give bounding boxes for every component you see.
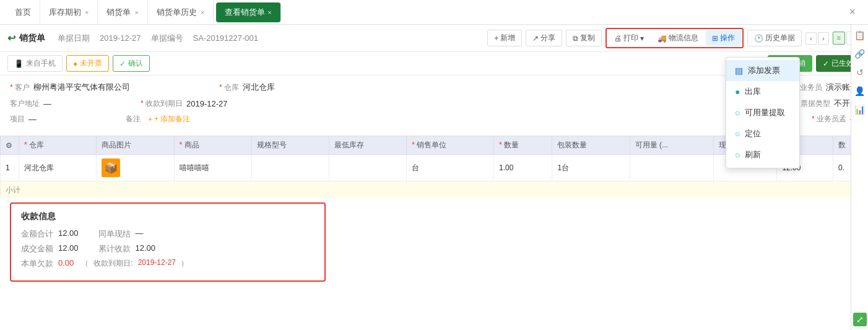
doc-title: ↩ 销货单 <box>7 32 45 44</box>
tab-bar: 首页 库存期初 × 销货单 × 销货单历史 × 查看销货单 × × <box>0 0 868 25</box>
payment-date-value[interactable]: 2019-12-27 <box>186 99 228 108</box>
dropdown-add-invoice[interactable]: ▤ 添加发票 <box>726 60 799 81</box>
doc-title-icon: ↩ <box>7 32 15 44</box>
new-label: 新增 <box>500 33 515 43</box>
col-warehouse: 仓库 <box>19 136 97 155</box>
note-field: 备注 + + 添加备注 <box>126 114 190 124</box>
copy-button[interactable]: ⧉ 复制 <box>566 30 602 46</box>
not-open-btn[interactable]: ● 未开票 <box>66 55 109 72</box>
payment-info-box: 收款信息 金额合计 12.00 同单现结 — 成交金额 12.00 累计收款 <box>10 202 326 282</box>
col-image: 商品图片 <box>97 136 174 155</box>
operations-label: 操作 <box>720 33 735 43</box>
doc-number-value: SA-20191227-001 <box>193 33 259 43</box>
note-label: 备注 <box>126 114 141 124</box>
tab-sales[interactable]: 销货单 × <box>98 0 147 25</box>
ticket-label: 票据类型 <box>796 98 830 109</box>
settings-icon[interactable]: ⚙ <box>6 141 12 150</box>
sidebar-icon-2[interactable]: 🔗 <box>853 47 867 61</box>
toolbar-actions: + 新增 ↗ 分享 ⧉ 复制 🖨 打印 ▾ <box>487 28 861 48</box>
doc-date-value: 2019-12-27 <box>100 33 141 43</box>
tab-inventory-close[interactable]: × <box>85 9 89 16</box>
tab-sales-history[interactable]: 销货单历史 × <box>148 0 214 25</box>
payment-row-3: 本单欠款 0.00 （ 收款到期日: 2019-12-27 ） <box>21 258 315 269</box>
dropdown-outbound[interactable]: ● 出库 <box>726 81 799 102</box>
from-phone-label: 来自手机 <box>26 58 56 69</box>
highlight-box: 🖨 打印 ▾ 🚚 物流信息 ⊞ 操作 <box>605 28 744 48</box>
col-settings[interactable]: ⚙ <box>1 136 19 155</box>
confirm-btn[interactable]: ✓ 确认 <box>113 55 150 72</box>
project-value: — <box>28 115 37 124</box>
dropdown-locate-label: 定位 <box>745 128 761 139</box>
sidebar-icon-expand[interactable]: ⤢ <box>853 313 867 326</box>
ticket-field: 票据类型 不开票 <box>796 98 858 109</box>
owed-value: 0.00 <box>58 258 74 269</box>
logistics-label: 物流信息 <box>669 33 698 43</box>
payment-title: 收款信息 <box>21 211 315 222</box>
total-field: 金额合计 12.00 <box>21 228 79 240</box>
tab-home[interactable]: 首页 <box>6 0 40 25</box>
print-button[interactable]: 🖨 打印 ▾ <box>608 30 650 46</box>
new-button[interactable]: + 新增 <box>487 30 522 46</box>
total-label: 金额合计 <box>21 228 53 240</box>
tab-inventory[interactable]: 库存期初 × <box>40 0 98 25</box>
cumulative-value: 12.00 <box>136 243 156 254</box>
cumulative-label: 累计收款 <box>98 243 131 254</box>
cumulative-field: 累计收款 12.00 <box>98 243 156 254</box>
history-label: 历史单据 <box>765 33 795 43</box>
tab-sales-label: 销货单 <box>106 7 131 18</box>
sidebar-icon-3[interactable]: ↺ <box>853 66 867 79</box>
same-order-field: 同单现结 — <box>98 228 144 240</box>
history-icon: 🕐 <box>754 34 763 43</box>
col-product: 商品 <box>174 136 251 155</box>
col-unit: 销售单位 <box>407 136 494 155</box>
sidebar-icon-5[interactable]: 📊 <box>853 103 867 116</box>
check3-icon: ✓ <box>823 59 829 68</box>
sidebar-icon-4[interactable]: 👤 <box>853 84 867 98</box>
product-image: 📦 <box>102 158 120 177</box>
history-button[interactable]: 🕐 历史单据 <box>747 30 802 46</box>
tab-view-sales-close[interactable]: × <box>267 9 271 16</box>
tab-sales-history-close[interactable]: × <box>201 9 204 16</box>
address-value: — <box>43 99 51 108</box>
prev-arrow[interactable]: ‹ <box>805 32 817 45</box>
dropdown-outbound-label: 出库 <box>745 86 761 97</box>
dropdown-locate[interactable]: ○ 定位 <box>726 123 799 144</box>
payment-row-2: 成交金额 12.00 累计收款 12.00 <box>21 243 315 254</box>
add-note-btn[interactable]: + + 添加备注 <box>148 114 190 124</box>
warehouse-value[interactable]: 河北仓库 <box>243 82 275 93</box>
print-label: 打印 <box>623 33 638 43</box>
customer-label: 客户 <box>10 82 30 93</box>
payment-date-label: 收款到期日 <box>141 98 183 109</box>
from-phone-btn[interactable]: 📱 来自手机 <box>7 55 63 72</box>
list-view-btn[interactable]: ≡ <box>833 32 845 45</box>
sidebar-icon-1[interactable]: 📋 <box>853 28 867 42</box>
row-image: 📦 <box>97 155 174 181</box>
tab-view-sales[interactable]: 查看销货单 × <box>216 2 280 22</box>
tab-home-label: 首页 <box>15 7 31 18</box>
phone-icon: 📱 <box>14 59 24 68</box>
dropdown-refresh-label: 刷新 <box>745 149 761 160</box>
row-qty: 1.00 <box>494 155 552 181</box>
next-arrow[interactable]: › <box>818 32 829 45</box>
row-pack-qty: 1台 <box>552 155 630 181</box>
tab-sales-close[interactable]: × <box>134 9 138 16</box>
tab-sales-history-label: 销货单历史 <box>157 7 197 18</box>
row-min-stock <box>329 155 407 181</box>
refresh-menu-icon: ○ <box>735 150 740 160</box>
dropdown-add-invoice-label: 添加发票 <box>748 65 780 76</box>
tab-inventory-label: 库存期初 <box>49 7 81 18</box>
share-button[interactable]: ↗ 分享 <box>526 30 562 46</box>
logistics-button[interactable]: 🚚 物流信息 <box>651 30 705 46</box>
payment-row-1: 金额合计 12.00 同单现结 — <box>21 228 315 240</box>
doc-meta: 单据日期 2019-12-27 单据编号 SA-20191227-001 <box>58 33 258 44</box>
dropdown-refresh[interactable]: ○ 刷新 <box>726 144 799 165</box>
locate-menu-icon: ○ <box>735 129 740 139</box>
owed-label: 本单欠款 <box>21 258 53 269</box>
row-product: 嘻嘻嘻嘻 <box>174 155 251 181</box>
col-spec: 规格型号 <box>251 136 329 155</box>
operations-button[interactable]: ⊞ 操作 <box>706 30 741 46</box>
customer-value[interactable]: 柳州粤港平安气体有限公司 <box>33 82 130 93</box>
plus-icon2: + <box>148 115 152 124</box>
dropdown-available-qty[interactable]: ○ 可用量提取 <box>726 102 799 123</box>
window-close-btn[interactable]: × <box>843 6 862 19</box>
